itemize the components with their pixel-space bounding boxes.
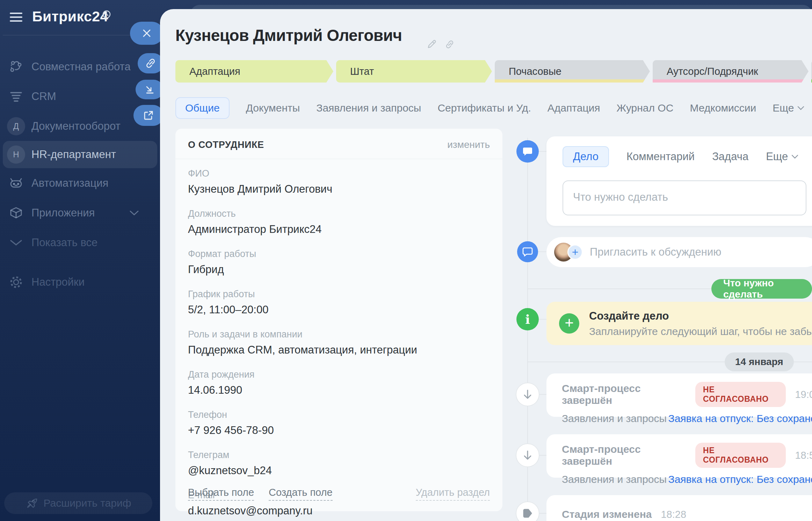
field-label: Телеграм (188, 450, 490, 461)
entry-time: 18:58 (795, 450, 812, 461)
gear-icon (7, 273, 25, 291)
tab-documents[interactable]: Документы (246, 102, 300, 114)
edit-pencil-icon[interactable] (426, 39, 437, 50)
composer-tab-activity[interactable]: Дело (563, 146, 609, 167)
plus-icon[interactable]: + (559, 313, 579, 334)
chevron-down-icon (7, 234, 25, 252)
edit-link[interactable]: изменить (447, 139, 490, 150)
sidebar-item-label: Документооборот (31, 120, 121, 133)
app-logo[interactable]: Битрикс24 (32, 8, 108, 25)
arrow-down-icon (516, 443, 539, 467)
sidebar-item-label: Показать все (31, 236, 97, 249)
hamburger-menu-icon[interactable] (10, 13, 22, 22)
stage-hourly[interactable]: Почасовые (495, 60, 650, 83)
stage-adaptation[interactable]: Адаптация (175, 60, 333, 83)
stage-progress-bar: Адаптация Штат Почасовые Аутсорс/Подрядч… (175, 60, 812, 83)
tab-requests[interactable]: Заявления и запросы (316, 102, 421, 114)
sidebar: Битрикс24 Совместная работа CRM Д (0, 0, 160, 521)
field-label: График работы (188, 289, 490, 300)
sidebar-item-apps[interactable]: Приложения (0, 198, 160, 228)
detail-tabs: Общие Документы Заявления и запросы Серт… (175, 97, 804, 119)
chevron-down-icon (129, 210, 139, 216)
sidebar-item-settings[interactable]: Настройки (0, 267, 160, 297)
entry-title: Смарт-процесс завершён (562, 443, 686, 467)
entry-time: 19:02 (795, 389, 812, 400)
chevron-down-icon (791, 155, 798, 159)
chat-bubble-outline-icon (517, 241, 538, 262)
status-badge: НЕ СОГЛАСОВАНО (695, 382, 786, 407)
entry-link[interactable]: Заявка на отпуск: Без сохранения (668, 473, 812, 485)
field-value-work-format: Гибрид (188, 263, 490, 276)
field-value-phone: +7 926 456-78-90 (188, 424, 490, 437)
field-label: ФИО (188, 168, 490, 179)
invite-placeholder: Пригласить к обсуждению (590, 246, 722, 258)
employee-info-card: О СОТРУДНИКЕ изменить ФИО Кузнецов Дмитр… (175, 129, 502, 511)
timeline-entry: Смарт-процесс завершён НЕ СОГЛАСОВАНО 19… (546, 373, 812, 417)
hint-title: Создайте дело (589, 310, 812, 322)
employee-fields: ФИО Кузнецов Дмитрий Олегович Должность … (175, 168, 502, 517)
chat-bubble-filled-icon (516, 140, 539, 163)
delete-section-link[interactable]: Удалить раздел (416, 487, 490, 501)
tab-certificates[interactable]: Сертификаты и Уд. (437, 102, 531, 114)
sidebar-item-label: CRM (31, 90, 56, 103)
avatar-letter-n: Н (7, 145, 25, 164)
select-field-link[interactable]: Выбрать поле (188, 487, 254, 501)
status-badge: НЕ СОГЛАСОВАНО (695, 443, 786, 468)
arrow-down-icon (516, 383, 539, 406)
timeline-entry: Стадия изменена 18:28 (546, 495, 812, 521)
tab-med[interactable]: Медкомиссии (690, 102, 756, 114)
stage-staff[interactable]: Штат (336, 60, 492, 83)
create-field-link[interactable]: Создать поле (269, 487, 333, 501)
employee-slider-panel: Кузнецов Дмитрий Олегович Адаптация Штат… (160, 9, 812, 521)
activity-input[interactable] (563, 180, 806, 215)
timeline-composer-card: Дело Комментарий Задача Еще (546, 136, 812, 226)
field-value-telegram: @kuznetsov_b24 (188, 464, 490, 477)
field-label: Формат работы (188, 249, 490, 259)
stage-outsource[interactable]: Аутсорс/Подрядчик (653, 60, 809, 83)
card-divider (175, 159, 502, 159)
tab-adaptation[interactable]: Адаптация (548, 102, 600, 114)
field-value-schedule: 5/2, 11:00–20:00 (188, 304, 490, 316)
tab-more[interactable]: Еще (773, 102, 804, 114)
hint-subtitle: Запланируйте следующий шаг, чтобы не заб… (589, 326, 812, 337)
entry-category: Заявления и запросы (562, 473, 667, 485)
upgrade-plan-button[interactable]: Расширить тариф (4, 492, 152, 514)
sidebar-item-label: Автоматизация (31, 177, 108, 190)
copy-link-icon[interactable] (444, 39, 455, 50)
field-label: Должность (188, 208, 490, 219)
composer-tab-comment[interactable]: Комментарий (626, 150, 695, 163)
sidebar-item-automation[interactable]: Автоматизация (0, 168, 160, 198)
invite-to-discussion-field[interactable]: + Пригласить к обсуждению (546, 237, 812, 267)
add-participant-button[interactable]: + (567, 244, 583, 260)
dock-panel-button[interactable] (136, 80, 164, 99)
field-label: Дата рождения (188, 369, 490, 380)
sidebar-item-hr-department[interactable]: Н HR-департамент (3, 141, 157, 168)
sidebar-item-label: HR-департамент (31, 148, 116, 161)
field-value-email: d.kuznetsov@company.ru (188, 505, 490, 517)
apps-box-icon (7, 204, 25, 222)
close-button[interactable] (130, 22, 164, 45)
composer-tab-more[interactable]: Еще (766, 150, 798, 163)
create-activity-hint-card[interactable]: + Создайте дело Запланируйте следующий ш… (546, 302, 812, 345)
external-link-icon (143, 109, 154, 121)
tab-general[interactable]: Общие (175, 97, 230, 119)
robot-icon (7, 174, 25, 192)
field-label: Телефон (188, 409, 490, 420)
chevron-down-icon (797, 106, 804, 110)
sidebar-item-collaboration[interactable]: Совместная работа (0, 52, 160, 81)
entry-link[interactable]: Заявка на отпуск: Без сохранения (668, 413, 812, 424)
sidebar-item-show-all[interactable]: Показать все (0, 228, 160, 257)
clock-icon (102, 10, 111, 19)
sidebar-item-label: Совместная работа (31, 60, 131, 73)
page-title: Кузнецов Дмитрий Олегович (175, 26, 402, 45)
tab-os-journal[interactable]: Журнал ОС (617, 102, 674, 114)
copy-link-button[interactable] (138, 53, 164, 73)
todo-pill[interactable]: Что нужно сделать (711, 279, 812, 299)
stage-changed-icon (516, 501, 539, 521)
funnel-icon (7, 87, 25, 106)
arrow-dock-icon (144, 84, 155, 95)
open-in-new-window-button[interactable] (133, 105, 164, 126)
avatar-letter-d: Д (7, 117, 25, 135)
composer-tab-task[interactable]: Задача (712, 150, 748, 163)
timeline-date-chip: 14 января (725, 352, 794, 371)
